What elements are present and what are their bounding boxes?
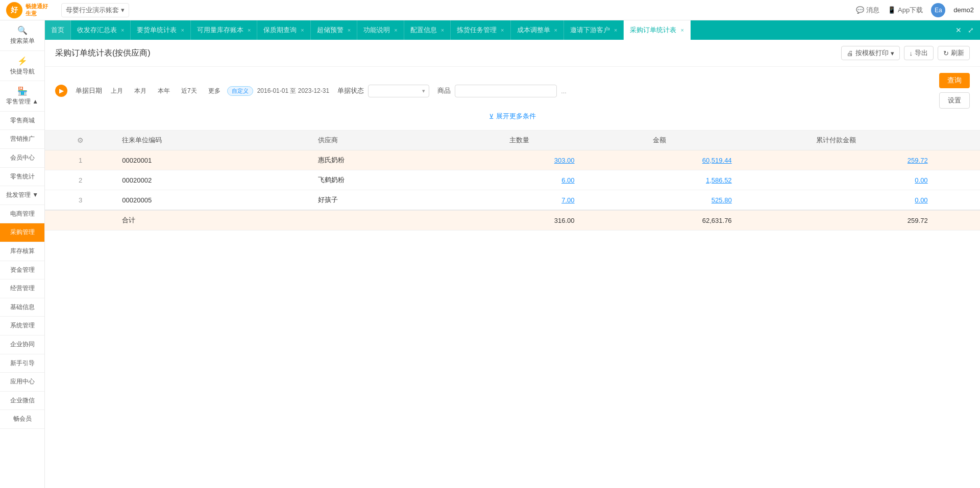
app-download-button[interactable]: 📱 App下载 — [888, 6, 923, 15]
sidebar-label-finance: 资金管理 — [10, 266, 35, 274]
date-shortcuts: 上月 本月 本年 近7天 更多 自定义 — [106, 85, 253, 97]
retail-mgmt-icon: 🏪 — [17, 86, 28, 96]
tab-invite-downstream-label: 邀请下游客户 — [570, 25, 610, 35]
sidebar-item-enterprise-wechat[interactable]: 企业微信 — [0, 392, 44, 410]
status-select-wrapper — [368, 85, 429, 97]
footer-amount: 62,631.76 — [580, 210, 738, 230]
sidebar-item-operations[interactable]: 经营管理 — [0, 279, 44, 298]
tab-invite-downstream[interactable]: 邀请下游客户 × — [564, 20, 624, 40]
template-print-button[interactable]: 🖨 按模板打印 ▾ — [841, 46, 900, 60]
row-amount-2[interactable]: 1,586.52 — [580, 170, 738, 190]
row-qty-2[interactable]: 6.00 — [458, 170, 580, 190]
sidebar-item-app-center[interactable]: 应用中心 — [0, 373, 44, 392]
sidebar-label-sys-mgmt: 系统管理 — [10, 322, 35, 330]
row-paid-3[interactable]: 0.00 — [738, 190, 934, 211]
store-chevron-icon: ▾ — [121, 6, 125, 14]
tab-cost-adjust[interactable]: 成本调整单 × — [511, 20, 564, 40]
row-qty-1[interactable]: 303.00 — [458, 150, 580, 170]
tab-receive-summary[interactable]: 收发存汇总表 × — [71, 20, 131, 40]
query-button[interactable]: 查询 — [939, 73, 970, 88]
row-qty-3[interactable]: 7.00 — [458, 190, 580, 211]
tab-expiry-query[interactable]: 保质期查询 × — [257, 20, 310, 40]
tab-overstock-warning-close[interactable]: × — [348, 27, 351, 33]
tab-cost-adjust-close[interactable]: × — [554, 27, 557, 33]
sidebar-label-new-guide: 新手引导 — [10, 359, 35, 368]
user-name[interactable]: demo2 — [953, 6, 974, 14]
sidebar-item-vip[interactable]: 畅会员 — [0, 410, 44, 429]
filter-toggle-button[interactable]: ▶ — [55, 85, 67, 97]
sidebar-item-purchase[interactable]: 采购管理 — [0, 223, 44, 242]
sidebar-item-search[interactable]: 🔍 搜索菜单 — [0, 20, 44, 51]
tab-overstock-warning-label: 超储预警 — [317, 25, 344, 35]
date-chip-this-month[interactable]: 本月 — [130, 85, 151, 97]
row-num-2: 2 — [45, 170, 116, 190]
tab-available-inventory[interactable]: 可用量库存账本 × — [191, 20, 257, 40]
product-filter-more-icon[interactable]: ... — [561, 87, 567, 95]
tab-picking-task[interactable]: 拣货任务管理 × — [451, 20, 510, 40]
tab-receive-summary-close[interactable]: × — [121, 27, 124, 33]
nav-tabs: 首页 收发存汇总表 × 要货单统计表 × 可用量库存账本 × 保质期查询 × — [45, 20, 980, 40]
tab-invite-downstream-close[interactable]: × — [614, 27, 617, 33]
col-header-code: 往来单位编码 — [116, 131, 312, 150]
sidebar-item-member[interactable]: 会员中心 — [0, 149, 44, 168]
tab-demand-summary-close[interactable]: × — [181, 27, 184, 33]
tab-picking-task-close[interactable]: × — [501, 27, 504, 33]
footer-qty: 316.00 — [458, 210, 580, 230]
export-button[interactable]: ↓ 导出 — [904, 46, 934, 60]
sidebar-item-basic-info[interactable]: 基础信息 — [0, 298, 44, 317]
status-filter-label: 单据状态 — [337, 86, 364, 95]
tab-function-desc[interactable]: 功能说明 × — [357, 20, 404, 40]
product-filter-label: 商品 — [437, 86, 451, 95]
tab-config-info-close[interactable]: × — [441, 27, 444, 33]
sidebar-item-retail-stats[interactable]: 零售统计 — [0, 168, 44, 187]
row-paid-2[interactable]: 0.00 — [738, 170, 934, 190]
top-bar-right: 💬 消息 📱 App下载 Ea demo2 — [856, 3, 974, 17]
column-settings-icon[interactable]: ⚙ — [77, 136, 84, 144]
sidebar-item-inventory[interactable]: 库存核算 — [0, 242, 44, 261]
main-layout: 🔍 搜索菜单 ⚡ 快捷导航 🏪 零售管理 ▲ 零售商城 营销推广 会员中心 零售… — [0, 20, 980, 488]
sidebar-item-marketing[interactable]: 营销推广 — [0, 130, 44, 149]
message-button[interactable]: 💬 消息 — [856, 6, 879, 15]
download-icon: 📱 — [888, 6, 896, 14]
date-chip-last-month[interactable]: 上月 — [106, 85, 128, 97]
status-select[interactable] — [368, 85, 429, 97]
table-header-row: ⚙ 往来单位编码 供应商 主数量 金额 累计付款金额 — [45, 131, 980, 150]
filter-status-item: 单据状态 — [337, 85, 429, 97]
date-chip-7-days[interactable]: 近7天 — [177, 85, 202, 97]
tab-expiry-query-close[interactable]: × — [301, 27, 304, 33]
sidebar-item-new-guide[interactable]: 新手引导 — [0, 354, 44, 373]
tab-available-inventory-close[interactable]: × — [248, 27, 251, 33]
tab-function-desc-close[interactable]: × — [394, 27, 397, 33]
tab-config-info[interactable]: 配置信息 × — [404, 20, 451, 40]
sidebar-item-retail-mgmt[interactable]: 🏪 零售管理 ▲ — [0, 81, 44, 112]
expand-more-button[interactable]: ⊻ 展开更多条件 — [55, 109, 970, 124]
col-header-supplier: 供应商 — [312, 131, 458, 150]
sidebar-label-retail-shop: 零售商城 — [10, 117, 35, 125]
maximize-button[interactable]: ⤢ — [966, 24, 976, 36]
date-chip-more[interactable]: 更多 — [204, 85, 225, 97]
row-amount-1[interactable]: 60,519.44 — [580, 150, 738, 170]
sidebar-item-finance[interactable]: 资金管理 — [0, 261, 44, 280]
tab-home-label: 首页 — [51, 25, 64, 35]
tab-overstock-warning[interactable]: 超储预警 × — [311, 20, 357, 40]
store-selector[interactable]: 母婴行业演示账套 ▾ — [61, 3, 129, 17]
date-chip-this-year[interactable]: 本年 — [153, 85, 175, 97]
tab-purchase-order-summary[interactable]: 采购订单统计表 × — [624, 20, 690, 40]
row-paid-1[interactable]: 259.72 — [738, 150, 934, 170]
row-amount-3[interactable]: 525.80 — [580, 190, 738, 211]
tab-purchase-order-summary-close[interactable]: × — [680, 27, 683, 33]
tab-home[interactable]: 首页 — [45, 20, 71, 40]
sidebar-item-ecommerce[interactable]: 电商管理 — [0, 205, 44, 224]
close-all-tabs-button[interactable]: ✕ — [953, 24, 964, 36]
date-chip-custom[interactable]: 自定义 — [227, 86, 253, 96]
sidebar-item-sys-mgmt[interactable]: 系统管理 — [0, 317, 44, 336]
sidebar-item-enterprise[interactable]: 企业协同 — [0, 336, 44, 354]
sidebar-item-quick-nav[interactable]: ⚡ 快捷导航 — [0, 51, 44, 82]
sidebar-label-vip: 畅会员 — [13, 415, 32, 423]
tab-demand-summary[interactable]: 要货单统计表 × — [131, 20, 190, 40]
sidebar-item-retail-shop[interactable]: 零售商城 — [0, 112, 44, 131]
product-filter-input[interactable] — [455, 85, 557, 97]
sidebar-item-wholesale[interactable]: 批发管理 ▼ — [0, 186, 44, 205]
settings-button[interactable]: 设置 — [939, 92, 970, 109]
refresh-button[interactable]: ↻ 刷新 — [938, 46, 970, 60]
